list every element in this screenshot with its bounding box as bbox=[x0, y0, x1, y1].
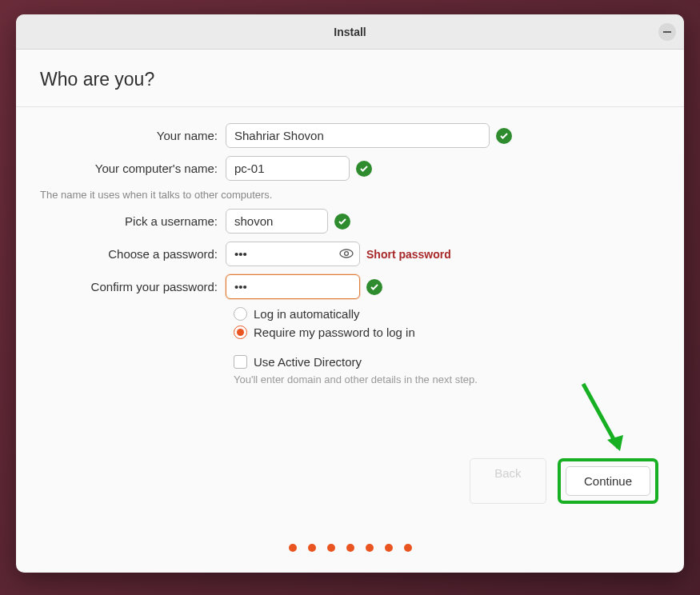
checkmark-icon bbox=[356, 161, 372, 177]
name-input[interactable] bbox=[226, 123, 490, 148]
continue-button[interactable]: Continue bbox=[566, 466, 650, 496]
confirm-label: Confirm your password: bbox=[40, 274, 226, 294]
user-form: Your name: Your computer's name: The bbox=[16, 107, 684, 393]
confirm-password-input[interactable] bbox=[226, 274, 360, 299]
computer-name-input[interactable] bbox=[226, 156, 350, 181]
computer-helper-text: The name it uses when it talks to other … bbox=[40, 189, 660, 201]
minimize-button[interactable] bbox=[658, 23, 676, 41]
checkmark-icon bbox=[366, 279, 382, 295]
progress-dot bbox=[404, 544, 412, 552]
progress-dots bbox=[16, 544, 684, 552]
installer-window: Install Who are you? Your name: Your com… bbox=[16, 14, 684, 573]
progress-dot bbox=[308, 544, 316, 552]
login-auto-option[interactable]: Log in automatically bbox=[234, 307, 660, 321]
active-directory-option[interactable]: Use Active Directory bbox=[234, 355, 660, 369]
page-title: Who are you? bbox=[16, 50, 684, 107]
show-password-icon[interactable] bbox=[339, 247, 354, 262]
back-button: Back bbox=[470, 458, 546, 504]
svg-point-2 bbox=[345, 251, 349, 255]
username-label: Pick a username: bbox=[40, 209, 226, 228]
checkmark-icon bbox=[496, 128, 512, 144]
continue-highlight: Continue bbox=[558, 458, 658, 504]
titlebar: Install bbox=[16, 14, 684, 50]
computer-label: Your computer's name: bbox=[40, 156, 226, 175]
name-label: Your name: bbox=[40, 123, 226, 142]
progress-dot bbox=[289, 544, 297, 552]
footer-buttons: Back Continue bbox=[470, 458, 658, 504]
svg-point-1 bbox=[340, 250, 353, 258]
svg-rect-0 bbox=[663, 31, 671, 33]
login-auto-label: Log in automatically bbox=[254, 307, 360, 321]
radio-icon bbox=[234, 307, 247, 321]
minimize-icon bbox=[663, 31, 671, 33]
progress-dot bbox=[346, 544, 354, 552]
login-require-label: Require my password to log in bbox=[254, 325, 415, 339]
progress-dot bbox=[327, 544, 335, 552]
progress-dot bbox=[366, 544, 374, 552]
checkbox-icon bbox=[234, 355, 247, 369]
login-require-option[interactable]: Require my password to log in bbox=[234, 325, 660, 339]
content-area: Who are you? Your name: Your computer's … bbox=[16, 50, 684, 573]
progress-dot bbox=[385, 544, 393, 552]
window-title: Install bbox=[334, 26, 366, 38]
checkmark-icon bbox=[334, 214, 350, 230]
username-input[interactable] bbox=[226, 209, 328, 234]
password-label: Choose a password: bbox=[40, 242, 226, 261]
active-directory-helper: You'll enter domain and other details in… bbox=[234, 373, 660, 385]
password-strength-label: Short password bbox=[366, 248, 451, 261]
active-directory-label: Use Active Directory bbox=[254, 355, 362, 369]
radio-icon bbox=[234, 325, 247, 339]
